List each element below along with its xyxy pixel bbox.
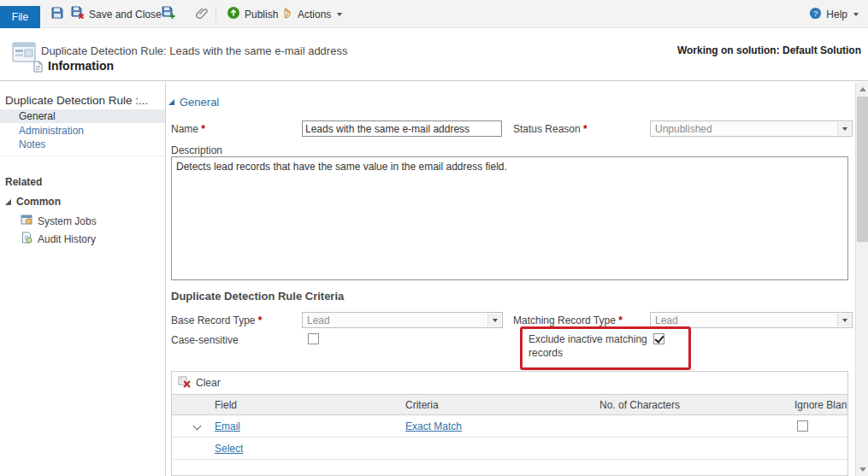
- help-globe-icon: ?: [809, 7, 822, 22]
- description-textarea[interactable]: Detects lead records that have the same …: [171, 156, 848, 280]
- scroll-down-arrow-icon: [859, 467, 866, 472]
- page-title: Duplicate Detection Rule: Leads with the…: [41, 44, 347, 57]
- status-reason-label: Status Reason: [513, 123, 588, 135]
- base-record-type-value: Lead: [307, 314, 330, 326]
- scroll-up-arrow-icon: [859, 87, 866, 91]
- collapse-triangle-icon: [5, 199, 11, 205]
- sidebar-divider: [0, 156, 165, 156]
- matching-record-type-label: Matching Record Type: [513, 314, 623, 326]
- clear-button[interactable]: Clear: [178, 375, 221, 391]
- field-link-select[interactable]: Select: [215, 443, 243, 455]
- clear-icon: [178, 375, 191, 391]
- ignore-blank-checkbox[interactable]: [797, 420, 808, 432]
- publish-button[interactable]: Publish: [224, 3, 280, 25]
- column-header-criteria: Criteria: [405, 399, 439, 411]
- criteria-grid-header: Field Criteria No. of Characters Ignore …: [172, 394, 847, 415]
- page-header: Duplicate Detection Rule: Leads with the…: [0, 28, 868, 81]
- column-header-ignore-blank: Ignore Blank: [794, 399, 848, 411]
- actions-label: Actions: [298, 9, 331, 21]
- dropdown-arrow-icon: [487, 314, 501, 326]
- related-heading: Related: [5, 176, 42, 188]
- criteria-grid: Clear Field Criteria No. of Characters I…: [171, 371, 848, 476]
- status-reason-value: Unpublished: [655, 123, 712, 135]
- matching-record-type-value: Lead: [655, 314, 678, 326]
- criteria-grid-toolbar: Clear: [172, 372, 847, 394]
- general-section-label: General: [180, 96, 219, 109]
- sidebar-item-administration[interactable]: Administration: [0, 124, 165, 138]
- sidebar-item-audit-history[interactable]: Audit History: [21, 232, 96, 246]
- crm-duplicate-detection-window: File Save and Close: [0, 0, 868, 476]
- audit-history-label: Audit History: [38, 233, 96, 245]
- base-record-type-label: Base Record Type: [171, 314, 263, 326]
- sidebar-group-common[interactable]: Common: [5, 196, 61, 208]
- sidebar-item-general[interactable]: General: [0, 109, 165, 123]
- save-and-close-icon: [71, 6, 85, 22]
- help-label: Help: [826, 9, 847, 21]
- status-reason-dropdown[interactable]: Unpublished: [650, 120, 853, 137]
- ribbon-toolbar: File Save and Close: [0, 0, 868, 28]
- working-on-solution-label: Working on solution: Default Solution: [677, 44, 861, 56]
- save-and-close-button[interactable]: Save and Close: [68, 3, 164, 25]
- sidebar-item-notes[interactable]: Notes: [0, 138, 165, 151]
- save-button[interactable]: [48, 3, 67, 25]
- actions-button[interactable]: Actions: [277, 3, 345, 25]
- field-link-email[interactable]: Email: [215, 420, 240, 432]
- scroll-down-button[interactable]: [856, 462, 868, 476]
- case-sensitive-label: Case-sensitive: [171, 334, 239, 346]
- attach-button[interactable]: [193, 3, 212, 25]
- criteria-section-title: Duplicate Detection Rule Criteria: [171, 290, 344, 303]
- general-section-header[interactable]: General: [168, 96, 219, 109]
- help-caret-icon: [853, 13, 859, 16]
- file-tab[interactable]: File: [0, 6, 40, 28]
- exclude-inactive-checkbox[interactable]: [653, 333, 664, 344]
- clear-label: Clear: [196, 377, 221, 389]
- save-and-new-button[interactable]: [159, 3, 178, 25]
- criteria-row-email: Email Exact Match: [172, 415, 847, 438]
- column-header-field: Field: [215, 399, 237, 411]
- save-and-new-icon: [162, 6, 175, 22]
- audit-history-icon: [21, 232, 32, 246]
- information-form-icon: [32, 61, 44, 76]
- scroll-up-button[interactable]: [856, 82, 868, 96]
- section-collapse-icon: [168, 99, 174, 105]
- left-navigation-pane: Duplicate Detection Rule :... General Ad…: [0, 82, 166, 476]
- column-header-no-of-characters: No. of Characters: [599, 399, 680, 411]
- actions-hand-icon: [280, 6, 293, 22]
- sidebar-record-title: Duplicate Detection Rule :...: [5, 94, 148, 107]
- common-group-label: Common: [16, 196, 61, 208]
- save-icon: [50, 6, 64, 22]
- attachment-icon: [196, 6, 210, 22]
- dropdown-arrow-icon: [837, 122, 851, 135]
- page-subtitle: Information: [48, 59, 114, 73]
- help-button[interactable]: ? Help: [806, 3, 861, 25]
- criteria-row-select: Select: [172, 438, 847, 460]
- system-jobs-label: System Jobs: [38, 215, 97, 227]
- criteria-link-exact-match[interactable]: Exact Match: [405, 420, 462, 432]
- publish-icon: [227, 6, 240, 22]
- toolbar-separator: [216, 6, 216, 22]
- row-expand-chevron-icon[interactable]: [193, 422, 202, 431]
- case-sensitive-checkbox[interactable]: [308, 333, 319, 344]
- dropdown-arrow-icon: [837, 314, 851, 326]
- vertical-scrollbar[interactable]: [855, 82, 868, 476]
- matching-record-type-dropdown[interactable]: Lead: [650, 312, 853, 328]
- save-and-close-label: Save and Close: [89, 9, 162, 21]
- exclude-inactive-label: Exclude inactive matching records: [528, 332, 650, 360]
- name-input[interactable]: [302, 120, 502, 137]
- description-label: Description: [171, 144, 222, 156]
- system-jobs-icon: [21, 214, 32, 228]
- scrollbar-thumb[interactable]: [857, 97, 868, 242]
- sidebar-item-system-jobs[interactable]: System Jobs: [21, 214, 97, 228]
- publish-label: Publish: [245, 9, 278, 21]
- base-record-type-dropdown[interactable]: Lead: [302, 312, 503, 328]
- name-label: Name: [171, 123, 205, 135]
- actions-caret-icon: [337, 13, 342, 16]
- svg-text:?: ?: [813, 9, 818, 17]
